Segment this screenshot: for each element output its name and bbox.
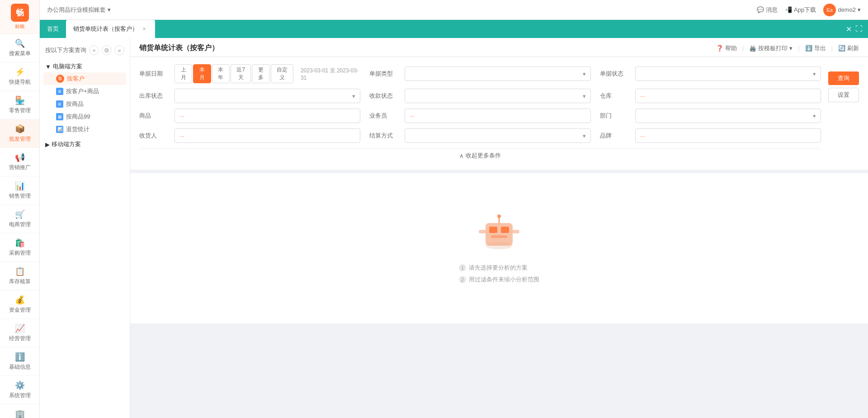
tab-maximize-button[interactable]: ⛶ [855, 25, 863, 33]
message-button[interactable]: 💬 消息 [757, 6, 778, 14]
system-icon: ⚙️ [15, 380, 25, 390]
doc-type-dropdown-icon: ▾ [583, 71, 586, 77]
sidebar-item-label: 资金管理 [9, 306, 31, 314]
sidebar-item-quick-nav[interactable]: ⚡ 快捷导航 [0, 62, 39, 91]
date-filter: 单据日期 上月 本月 本年 近7天 更多 自定义 2023-03-01 至 20… [139, 64, 360, 83]
refresh-button[interactable]: 🔄 刷新 [838, 44, 859, 52]
tree-item-label: 按客户 [67, 75, 85, 83]
product-input[interactable]: ··· [175, 109, 360, 123]
tree-item-return-stats[interactable]: 📊 退货统计 [43, 123, 126, 136]
tree-item-by-customer[interactable]: 客 按客户 [43, 72, 126, 85]
header-left: 办公用品行业模拟账套 ▾ [47, 6, 111, 14]
department-input[interactable]: ▾ [635, 109, 821, 123]
template-print-label: 按模板打印 [758, 44, 788, 52]
tree-header-desktop[interactable]: ▼ 电脑端方案 [43, 61, 126, 72]
last-7days-btn[interactable]: 近7天 [231, 64, 251, 83]
custom-btn[interactable]: 自定义 [271, 64, 293, 83]
message-icon: 💬 [757, 6, 764, 13]
sidebar-item-purchase[interactable]: 🛍️ 采购管理 [0, 233, 39, 262]
last-month-btn[interactable]: 上月 [175, 64, 192, 83]
recipient-input[interactable]: ··· [175, 128, 360, 143]
tree-item-by-product-99[interactable]: ▦ 按商品99 [43, 110, 126, 123]
industry-selector[interactable]: 办公用品行业模拟账套 ▾ [47, 6, 111, 14]
brand-input[interactable]: ··· [635, 128, 821, 143]
product-filter: 商品 ··· [139, 109, 360, 123]
template-print-button[interactable]: 🖨️ 按模板打印 ▾ [749, 44, 793, 52]
page-title: 销货单统计表（按客户） [139, 43, 219, 53]
tree-header-mobile[interactable]: ▶ 移动端方案 [43, 138, 126, 150]
page-title-area: 销货单统计表（按客户） ❓ 帮助 | 🖨️ 按模板打印 ▾ | ⬇️ [130, 38, 868, 57]
sidebar-item-search[interactable]: 🔍 搜索菜单 [0, 34, 39, 62]
settings-scheme-button[interactable]: ⚙ [102, 45, 112, 55]
collapse-more-button[interactable]: ∧ 收起更多条件 [139, 148, 821, 162]
brand-label: 品牌 [600, 132, 632, 140]
app-icon: 📲 [785, 6, 792, 13]
payment-method-filter: 结算方式 ▾ [369, 128, 590, 143]
sidebar-item-marketing[interactable]: 📢 营销推广 [0, 148, 39, 176]
more-btn[interactable]: 更多 [252, 64, 269, 83]
department-dropdown-icon: ▾ [813, 113, 816, 119]
search-icon: 🔍 [15, 38, 25, 48]
sidebar-item-label: 快捷导航 [9, 78, 31, 86]
tree-item-by-product[interactable]: ⊞ 按商品 [43, 98, 126, 110]
tree-item-by-customer-product[interactable]: ⊞ 按客户+商品 [43, 85, 126, 98]
warehouse-filter: 仓库 ··· [600, 89, 821, 103]
payment-method-input[interactable]: ▾ [405, 128, 590, 143]
sidebar-item-finance[interactable]: 💰 资金管理 [0, 290, 39, 319]
this-month-btn[interactable]: 本月 [193, 64, 211, 83]
doc-type-input[interactable]: ▾ [405, 66, 590, 81]
doc-status-input[interactable]: ▾ [635, 66, 821, 81]
operations-icon: 📈 [15, 323, 25, 333]
help-label: 帮助 [725, 44, 737, 52]
payment-status-filter: 收款状态 ▾ [369, 89, 590, 103]
tab-close-button[interactable]: × [141, 25, 148, 33]
brand-filter: 品牌 ··· [600, 128, 821, 143]
sidebar-item-system[interactable]: ⚙️ 系统管理 [0, 376, 39, 404]
refresh-label: 刷新 [847, 44, 859, 52]
sidebar-item-operations[interactable]: 📈 经营管理 [0, 319, 39, 347]
main-wrapper: 办公用品行业模拟账套 ▾ 💬 消息 📲 App下载 Ea demo2 ▾ [40, 0, 868, 418]
sidebar-item-label: 系统管理 [9, 392, 31, 399]
export-button[interactable]: ⬇️ 导出 [805, 44, 826, 52]
department-label: 部门 [600, 112, 632, 120]
sidebar-item-basic[interactable]: ℹ️ 基础信息 [0, 347, 39, 376]
print-dropdown-icon: ▾ [789, 45, 793, 52]
add-scheme-button[interactable]: + [89, 45, 99, 55]
salesperson-filter: 业务员 ··· [369, 109, 590, 123]
salesperson-input[interactable]: ··· [405, 109, 590, 123]
sidebar-item-enterprise[interactable]: 🏢 企业协同 [0, 404, 39, 418]
sidebar-item-retail[interactable]: 🏪 零售管理 [0, 91, 39, 119]
app-download-label: App下载 [794, 6, 816, 14]
app-download-button[interactable]: 📲 App下载 [785, 6, 816, 14]
sidebar-item-wholesale[interactable]: 📦 批发管理 [0, 119, 39, 148]
tab-home-label: 首页 [47, 25, 59, 33]
warehouse-input[interactable]: ··· [635, 89, 821, 103]
out-status-dropdown-icon: ▾ [352, 93, 355, 100]
sidebar-item-ecommerce[interactable]: 🛒 电商管理 [0, 205, 39, 233]
sidebar-item-sales[interactable]: 📊 销售管理 [0, 176, 39, 205]
logo-text: 标账 [15, 23, 25, 30]
tab-home[interactable]: 首页 [40, 20, 66, 38]
left-panel: 按以下方案查询 + ⚙ « ▼ 电脑端方案 客 按客户 ⊞ 按客户 [40, 38, 130, 418]
right-content: 销货单统计表（按客户） ❓ 帮助 | 🖨️ 按模板打印 ▾ | ⬇️ [130, 38, 868, 418]
tab-bar: 首页 销货单统计表（按客户） × ✕ ⛶ [40, 20, 868, 38]
this-year-btn[interactable]: 本年 [212, 64, 230, 83]
panel-title: 按以下方案查询 [45, 46, 86, 54]
sidebar-item-inventory[interactable]: 📋 库存核算 [0, 262, 39, 290]
out-status-label: 出库状态 [139, 92, 171, 100]
query-button[interactable]: 查询 [828, 71, 859, 85]
doc-type-filter: 单据类型 ▾ [369, 66, 590, 81]
page-title-actions: ❓ 帮助 | 🖨️ 按模板打印 ▾ | ⬇️ 导出 | [716, 44, 859, 52]
tab-close-all-button[interactable]: ✕ [846, 25, 852, 33]
tab-active[interactable]: 销货单统计表（按客户） × [66, 20, 155, 38]
out-status-input[interactable]: ▾ [175, 89, 360, 103]
collapse-panel-button[interactable]: « [114, 45, 124, 55]
payment-status-input[interactable]: ▾ [405, 89, 590, 103]
tree-collapse-arrow: ▼ [45, 63, 51, 70]
by-product-99-icon: ▦ [56, 113, 63, 120]
user-profile[interactable]: Ea demo2 ▾ [823, 4, 861, 16]
settings-button[interactable]: 设置 [828, 88, 859, 102]
help-button[interactable]: ❓ 帮助 [716, 44, 737, 52]
panel-header: 按以下方案查询 + ⚙ « [40, 43, 130, 58]
avatar-text: Ea [827, 7, 833, 13]
